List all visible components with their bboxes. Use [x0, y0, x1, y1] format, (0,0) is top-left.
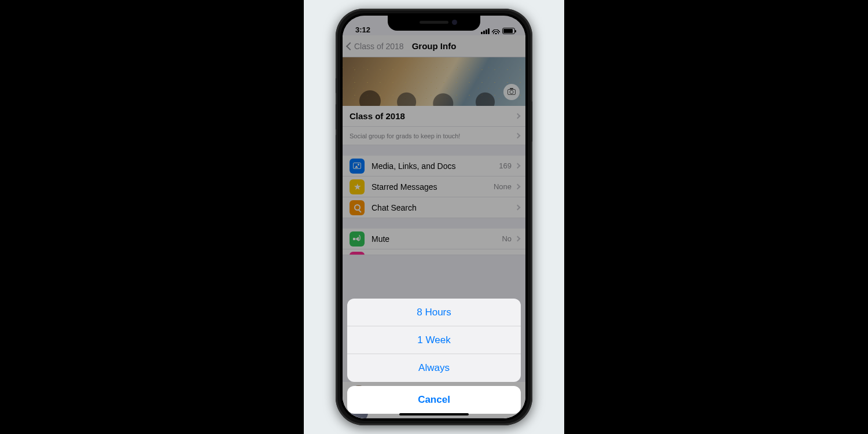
mute-option-8-hours[interactable]: 8 Hours	[347, 299, 521, 326]
volume-down-button	[336, 135, 336, 160]
action-sheet-options: 8 Hours 1 Week Always	[347, 299, 521, 382]
mute-option-1-week[interactable]: 1 Week	[347, 326, 521, 354]
cancel-button[interactable]: Cancel	[347, 386, 521, 414]
volume-up-button	[336, 104, 336, 130]
mute-action-sheet: 8 Hours 1 Week Always Cancel	[347, 299, 521, 414]
mute-switch	[336, 78, 336, 93]
canvas: 3:12 Class of 2018 Group Info	[304, 0, 564, 434]
iphone-frame: 3:12 Class of 2018 Group Info	[336, 9, 532, 425]
home-indicator[interactable]	[399, 413, 469, 415]
mute-option-always[interactable]: Always	[347, 354, 521, 382]
screen: 3:12 Class of 2018 Group Info	[343, 16, 525, 418]
power-button	[532, 101, 532, 142]
notch	[388, 16, 480, 31]
